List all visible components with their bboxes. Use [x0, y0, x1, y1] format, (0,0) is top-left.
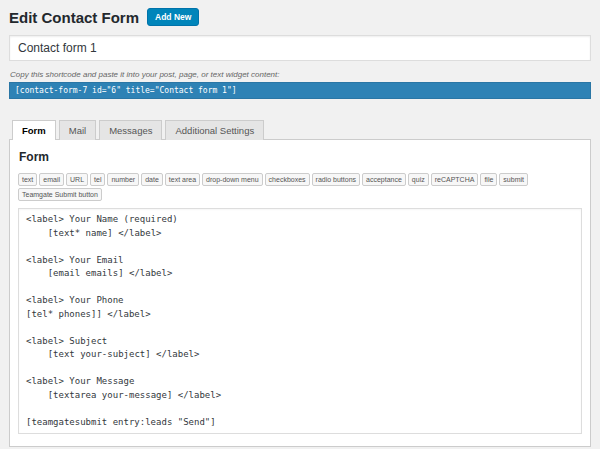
tag-button-acceptance[interactable]: acceptance	[362, 173, 406, 186]
tag-button-recaptcha[interactable]: reCAPTCHA	[431, 173, 479, 186]
form-editor-panel: Form text email URL tel number date text…	[9, 139, 591, 447]
shortcode-section: Copy this shortcode and paste it into yo…	[9, 70, 591, 99]
tag-button-date[interactable]: date	[141, 173, 163, 186]
editor-tabs: Form Mail Messages Additional Settings	[9, 119, 591, 139]
tab-additional-settings[interactable]: Additional Settings	[165, 120, 264, 140]
tag-button-checkboxes[interactable]: checkboxes	[265, 173, 310, 186]
page-title: Edit Contact Form	[9, 9, 139, 26]
admin-content-area: Edit Contact Form Add New Copy this shor…	[0, 0, 600, 449]
tag-button-email[interactable]: email	[39, 173, 64, 186]
page-header: Edit Contact Form Add New	[9, 8, 591, 26]
shortcode-instruction: Copy this shortcode and paste it into yo…	[10, 70, 591, 79]
tag-button-tel[interactable]: tel	[90, 173, 105, 186]
tag-button-teamgate-submit[interactable]: Teamgate Submit button	[18, 188, 102, 201]
tab-mail[interactable]: Mail	[59, 120, 96, 140]
tab-messages[interactable]: Messages	[99, 120, 162, 140]
tag-button-text-area[interactable]: text area	[165, 173, 200, 186]
add-new-button[interactable]: Add New	[147, 8, 199, 26]
tag-button-quiz[interactable]: quiz	[408, 173, 429, 186]
tag-button-radio-buttons[interactable]: radio buttons	[312, 173, 360, 186]
form-template-textarea[interactable]: <label> Your Name (required) [text* name…	[18, 208, 582, 434]
tag-button-url[interactable]: URL	[66, 173, 88, 186]
shortcode-input[interactable]	[9, 82, 591, 99]
tag-button-text[interactable]: text	[18, 173, 37, 186]
tag-button-dropdown-menu[interactable]: drop-down menu	[202, 173, 263, 186]
panel-heading: Form	[19, 150, 582, 164]
tag-button-submit[interactable]: submit	[499, 173, 528, 186]
form-title-input[interactable]	[9, 35, 591, 61]
tag-generator-buttons: text email URL tel number date text area…	[18, 173, 582, 201]
tag-button-number[interactable]: number	[107, 173, 139, 186]
tag-button-file[interactable]: file	[480, 173, 497, 186]
tab-form[interactable]: Form	[12, 120, 56, 140]
